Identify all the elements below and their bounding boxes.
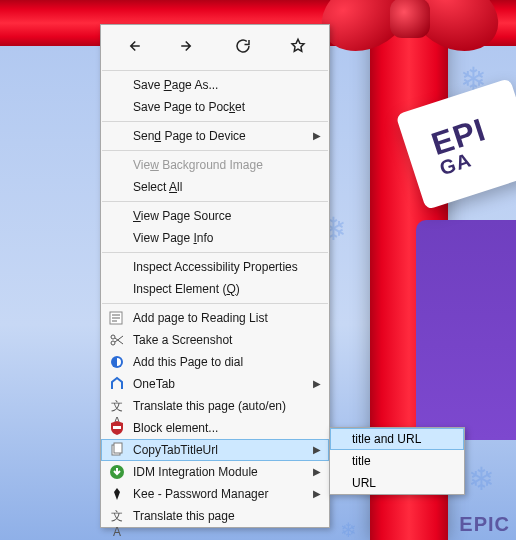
kee-icon [109, 486, 125, 502]
copy-icon [109, 442, 125, 458]
menu-label: IDM Integration Module [133, 461, 313, 483]
submenu-label: title and URL [352, 432, 421, 446]
menu-add-reading-list[interactable]: Add page to Reading List [101, 307, 329, 329]
menu-label: Translate this page (auto/en) [133, 395, 313, 417]
menu-separator [102, 121, 328, 122]
nav-reload-button[interactable] [221, 31, 265, 61]
arrow-left-icon [124, 37, 142, 55]
menu-view-source[interactable]: View Page Source [101, 205, 329, 227]
nav-forward-button[interactable] [166, 31, 210, 61]
purple-panel [416, 220, 516, 440]
svg-rect-4 [113, 426, 121, 429]
menu-block-element[interactable]: Block element... [101, 417, 329, 439]
menu-label: Add this Page to dial [133, 351, 313, 373]
menu-separator [102, 70, 328, 71]
menu-translate-auto[interactable]: 文A Translate this page (auto/en) [101, 395, 329, 417]
onetab-icon [109, 376, 125, 392]
menu-add-to-dial[interactable]: Add this Page to dial [101, 351, 329, 373]
menu-separator [102, 303, 328, 304]
menu-inspect-accessibility[interactable]: Inspect Accessibility Properties [101, 256, 329, 278]
menu-label: Inspect Accessibility Properties [133, 256, 313, 278]
idm-icon [109, 464, 125, 480]
menu-label: Save Page As... [133, 74, 313, 96]
arrow-right-icon [179, 37, 197, 55]
snowflake-icon: ❄ [340, 518, 357, 540]
menu-label: View Page Info [133, 227, 313, 249]
menu-label: Add page to Reading List [133, 307, 313, 329]
scissors-icon [109, 332, 125, 348]
chevron-right-icon: ▶ [313, 439, 321, 461]
chevron-right-icon: ▶ [313, 125, 321, 147]
menu-label: Block element... [133, 417, 313, 439]
submenu-label: URL [352, 476, 376, 490]
menu-idm[interactable]: IDM Integration Module ▶ [101, 461, 329, 483]
menu-label: Select All [133, 176, 313, 198]
menu-label: OneTab [133, 373, 313, 395]
menu-view-bg-image: View Background Image [101, 154, 329, 176]
menu-label: Translate this page [133, 505, 313, 527]
svg-point-1 [111, 335, 115, 339]
chevron-right-icon: ▶ [313, 373, 321, 395]
translate-icon: 文A [109, 398, 125, 414]
submenu-title-and-url[interactable]: title and URL [330, 428, 464, 450]
shield-icon [109, 420, 125, 436]
reload-icon [234, 37, 252, 55]
menu-label: Kee - Password Manager [133, 483, 313, 505]
snowflake-icon: ❄ [468, 460, 495, 498]
chevron-right-icon: ▶ [313, 483, 321, 505]
speed-dial-icon [109, 354, 125, 370]
menu-take-screenshot[interactable]: Take a Screenshot [101, 329, 329, 351]
nav-toolbar [101, 25, 329, 67]
menu-separator [102, 252, 328, 253]
submenu-title[interactable]: title [330, 450, 464, 472]
menu-separator [102, 150, 328, 151]
menu-label: Send Page to Device [133, 125, 313, 147]
menu-label: Take a Screenshot [133, 329, 313, 351]
translate-icon: 文A [109, 508, 125, 524]
context-menu: Save Page As... Save Page to Pocket Send… [100, 24, 330, 528]
menu-save-page-as[interactable]: Save Page As... [101, 74, 329, 96]
svg-point-2 [111, 341, 115, 345]
menu-label: Inspect Element (Q) [133, 278, 313, 300]
menu-kee[interactable]: Kee - Password Manager ▶ [101, 483, 329, 505]
menu-save-to-pocket[interactable]: Save Page to Pocket [101, 96, 329, 118]
menu-translate-page[interactable]: 文A Translate this page [101, 505, 329, 527]
menu-label: View Page Source [133, 205, 313, 227]
menu-view-info[interactable]: View Page Info [101, 227, 329, 249]
submenu-copytabtitleurl: title and URL title URL [329, 427, 465, 495]
menu-copytabtitleurl[interactable]: CopyTabTitleUrl ▶ [101, 439, 329, 461]
star-icon [289, 37, 307, 55]
reading-list-icon [109, 310, 125, 326]
menu-label: Save Page to Pocket [133, 96, 313, 118]
menu-separator [102, 201, 328, 202]
svg-rect-6 [114, 443, 122, 453]
chevron-right-icon: ▶ [313, 461, 321, 483]
epic-bottom-text: EPIC [459, 513, 510, 536]
nav-bookmark-button[interactable] [276, 31, 320, 61]
menu-label: CopyTabTitleUrl [133, 439, 313, 461]
menu-inspect-element[interactable]: Inspect Element (Q) [101, 278, 329, 300]
gift-bow [320, 0, 500, 90]
menu-select-all[interactable]: Select All [101, 176, 329, 198]
nav-back-button[interactable] [111, 31, 155, 61]
menu-label: View Background Image [133, 154, 313, 176]
menu-onetab[interactable]: OneTab ▶ [101, 373, 329, 395]
menu-send-to-device[interactable]: Send Page to Device ▶ [101, 125, 329, 147]
submenu-url[interactable]: URL [330, 472, 464, 494]
submenu-label: title [352, 454, 371, 468]
